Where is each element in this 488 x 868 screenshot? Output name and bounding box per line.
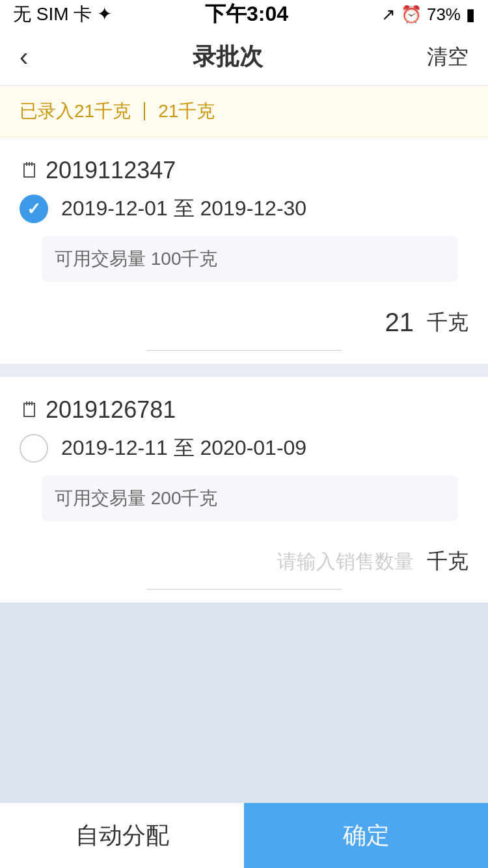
- alarm-icon: ⏰: [401, 5, 422, 25]
- batch-doc-icon-1: 🗒: [20, 159, 40, 183]
- recorded-amount: 21千克: [158, 99, 215, 124]
- batch-header-1: 🗒 2019112347: [20, 157, 468, 184]
- batch-item-1: 🗒 2019112347 ✓ 2019-12-01 至 2019-12-30: [0, 137, 488, 223]
- batch-id-2: 2019126781: [46, 396, 176, 424]
- batch-card-1: 🗒 2019112347 ✓ 2019-12-01 至 2019-12-30 可…: [0, 137, 488, 364]
- nav-bar: ‹ 录批次 清空: [0, 29, 488, 86]
- underline-1: [0, 350, 488, 364]
- batch-quantity-row-1: 可用交易量 100千克: [42, 236, 488, 282]
- banner-divider: [144, 102, 145, 120]
- bottom-bar: 自动分配 确定: [0, 803, 488, 868]
- batch-card-2: 🗒 2019126781 2019-12-11 至 2020-01-09 可用交…: [0, 377, 488, 603]
- confirm-button[interactable]: 确定: [244, 803, 488, 868]
- status-time: 下午3:04: [205, 0, 288, 29]
- status-bar: 无 SIM 卡 ✦ 下午3:04 ↗ ⏰ 73% ▮: [0, 0, 488, 29]
- batch-quantity-box-2: 可用交易量 200千克: [42, 476, 458, 521]
- placeholder-text-2: 请输入销售数量: [277, 549, 414, 575]
- card-separator: [0, 364, 488, 377]
- battery-text: 73%: [427, 5, 461, 25]
- radio-1[interactable]: ✓: [20, 195, 48, 223]
- signal-icon: ↗: [381, 5, 396, 25]
- clear-button[interactable]: 清空: [427, 43, 468, 72]
- underline-2: [0, 589, 488, 603]
- recorded-label: 已录入21千克: [20, 99, 131, 124]
- batch-item-2: 🗒 2019126781 2019-12-11 至 2020-01-09: [0, 377, 488, 463]
- batch-doc-icon-2: 🗒: [20, 398, 40, 422]
- status-right: ↗ ⏰ 73% ▮: [381, 5, 475, 25]
- back-button[interactable]: ‹: [20, 42, 28, 72]
- batch-id-1: 2019112347: [46, 157, 176, 184]
- batch-quantity-box-1: 可用交易量 100千克: [42, 236, 458, 282]
- auto-distribute-button[interactable]: 自动分配: [0, 803, 244, 868]
- amount-unit-1: 千克: [427, 308, 468, 337]
- batch-date-2: 2019-12-11 至 2020-01-09: [61, 434, 306, 463]
- info-banner: 已录入21千克 21千克: [0, 86, 488, 137]
- batch-quantity-row-2: 可用交易量 200千克: [42, 476, 488, 521]
- page-title: 录批次: [193, 41, 263, 73]
- radio-2[interactable]: [20, 434, 48, 463]
- amount-row-1: 21 千克: [0, 295, 488, 350]
- batch-date-1: 2019-12-01 至 2019-12-30: [61, 195, 306, 223]
- status-left: 无 SIM 卡 ✦: [13, 2, 112, 27]
- batch-row-2: 2019-12-11 至 2020-01-09: [20, 434, 468, 463]
- batch-header-2: 🗒 2019126781: [20, 396, 468, 424]
- check-icon-1: ✓: [27, 199, 41, 219]
- sim-text: 无 SIM 卡 ✦: [13, 2, 112, 27]
- amount-value-1: 21: [385, 308, 414, 337]
- placeholder-input-2: 请输入销售数量 千克: [0, 534, 488, 589]
- divider-line-1: [146, 350, 342, 351]
- batch-row-1: ✓ 2019-12-01 至 2019-12-30: [20, 195, 468, 223]
- battery-icon: ▮: [466, 5, 475, 25]
- divider-line-2: [146, 589, 342, 590]
- placeholder-unit-2: 千克: [427, 547, 468, 576]
